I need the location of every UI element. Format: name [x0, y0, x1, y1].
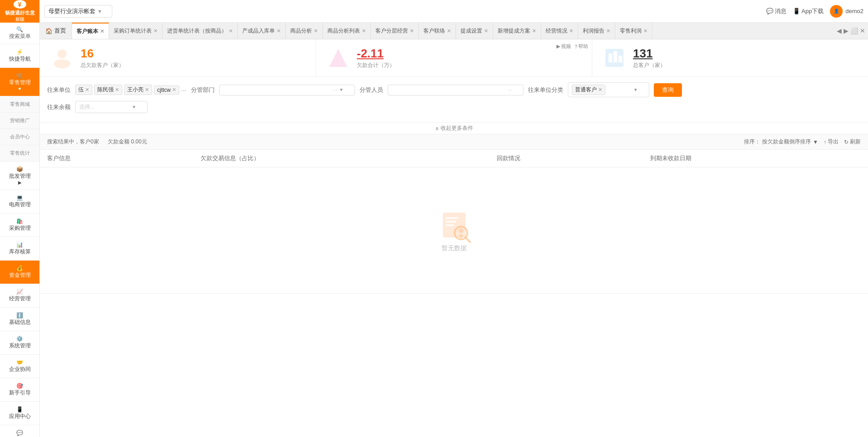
messages-label: 消息	[775, 7, 786, 15]
tab-customer-ledger[interactable]: 客户账本 ✕	[72, 23, 109, 39]
industry-selector[interactable]: 母婴行业演示帐套 ▼	[44, 5, 112, 18]
tab-scroll-left-icon[interactable]: ◀	[837, 27, 842, 34]
remove-tag-wu[interactable]: ✕	[85, 87, 89, 93]
tab-maximize-icon[interactable]: ⬜	[850, 27, 858, 34]
messages-button[interactable]: 💬 消息	[766, 7, 786, 15]
collapse-button[interactable]: ∧ 收起更多条件	[435, 124, 473, 132]
svg-rect-8	[445, 217, 459, 219]
tab-purchase-stats-product[interactable]: 进货单统计表（按商品） ✕	[163, 23, 238, 39]
app-download-button[interactable]: 📱 App下载	[793, 7, 824, 15]
user-profile[interactable]: 👤 demo2	[830, 5, 863, 18]
tab-purchase-order-stats[interactable]: 采购订单统计表 ✕	[109, 23, 163, 39]
tab-product-instock[interactable]: 产成品入库单 ✕	[238, 23, 286, 39]
debt-info: -2.11 欠款合计（万）	[357, 47, 395, 69]
sidebar-item-retail-stats[interactable]: 零售统计	[0, 145, 39, 162]
help-button[interactable]: ? 帮助	[575, 43, 588, 50]
close-tab-icon[interactable]: ✕	[410, 28, 414, 34]
close-tab-icon[interactable]: ✕	[606, 28, 610, 34]
sidebar-item-wholesale[interactable]: 📦 批发管理 ▶	[0, 162, 39, 190]
sidebar-item-search[interactable]: 🔍 搜索菜单	[0, 23, 39, 44]
close-tab-icon[interactable]: ✕	[100, 28, 104, 34]
sidebar-item-label: 采购管理	[2, 224, 38, 232]
sidebar-item-marketing[interactable]: 营销推广	[0, 113, 39, 129]
sidebar-item-basic-info[interactable]: ℹ️ 基础信息	[0, 308, 39, 331]
refresh-button[interactable]: ↻ 刷新	[844, 138, 861, 146]
close-tab-icon[interactable]: ✕	[362, 28, 366, 34]
total-customers-value: 16	[81, 47, 124, 61]
video-help-button[interactable]: ▶ 视频	[556, 43, 571, 50]
sidebar-item-app-center[interactable]: 📱 应用中心	[0, 402, 39, 425]
tab-profit-report[interactable]: 利润报告 ✕	[578, 23, 615, 39]
tab-commission-settings[interactable]: 提成设置 ✕	[456, 23, 493, 39]
tab-label: 经营情况	[546, 27, 567, 35]
close-tab-icon[interactable]: ✕	[229, 28, 233, 34]
tab-business-status[interactable]: 经营情况 ✕	[541, 23, 578, 39]
remove-classify-tag[interactable]: ✕	[598, 87, 602, 93]
person-filter-select[interactable]: ···	[388, 85, 523, 95]
close-tab-icon[interactable]: ✕	[569, 28, 573, 34]
remove-tag-wang[interactable]: ✕	[145, 87, 149, 93]
tab-retail-profit[interactable]: 零售利润 ✕	[615, 23, 652, 39]
sidebar-item-operations[interactable]: 📈 经营管理	[0, 284, 39, 308]
debt-amount: 欠款金额 0.00元	[108, 138, 147, 145]
tab-close-all-icon[interactable]: ✕	[860, 27, 865, 34]
tab-add-commission[interactable]: 新增提成方案 ✕	[493, 23, 541, 39]
close-tab-icon[interactable]: ✕	[153, 28, 158, 34]
filter-tag-chen: 陈民强 ✕	[94, 85, 122, 95]
more-tags-button[interactable]: ···	[181, 86, 187, 94]
app-center-icon: 📱	[2, 406, 38, 413]
sidebar-item-guide[interactable]: 🎯 新手引导	[0, 378, 39, 402]
tab-customer-contact[interactable]: 客户联络 ✕	[419, 23, 456, 39]
tab-product-analysis-list[interactable]: 商品分析列表 ✕	[323, 23, 371, 39]
app-title: 畅捷通好生意	[5, 10, 35, 16]
export-button[interactable]: ↑ 导出	[824, 138, 839, 146]
svg-marker-2	[329, 49, 347, 67]
tab-product-analysis[interactable]: 商品分析 ✕	[286, 23, 323, 39]
table-header-row: 客户信息 欠款交易信息（占比） 回款情况 到期未收款日期	[40, 150, 868, 167]
close-tab-icon[interactable]: ✕	[643, 28, 647, 34]
close-tab-icon[interactable]: ✕	[277, 28, 281, 34]
close-tab-icon[interactable]: ✕	[532, 28, 536, 34]
svg-point-14	[459, 234, 463, 238]
sidebar-item-enterprise[interactable]: 🤝 企业协同	[0, 355, 39, 378]
guide-icon: 🎯	[2, 383, 38, 389]
tab-customer-tier[interactable]: 客户分层经营 ✕	[371, 23, 419, 39]
person-filter-label: 分管人员	[360, 86, 383, 94]
close-tab-icon[interactable]: ✕	[314, 28, 318, 34]
tab-scroll-right-icon[interactable]: ▶	[844, 27, 849, 34]
sidebar-item-retail[interactable]: 🛒 零售管理 ▼	[0, 68, 39, 96]
remove-tag-chen[interactable]: ✕	[115, 87, 119, 93]
classify-filter-select[interactable]: 普通客户 ✕ ▼	[568, 82, 649, 97]
tab-label: 客户账本	[77, 28, 98, 35]
app-download-label: App下载	[801, 7, 824, 15]
close-tab-icon[interactable]: ✕	[484, 28, 488, 34]
collapse-row: ∧ 收起更多条件	[40, 123, 868, 134]
sidebar-item-member[interactable]: 会员中心	[0, 129, 39, 145]
sidebar-item-finance[interactable]: 💰 资金管理	[0, 261, 39, 284]
balance-filter-select[interactable]: 选择... ▼	[75, 101, 148, 113]
sidebar-item-wecom[interactable]: 💬 企业微信	[0, 425, 39, 437]
stat-total-debt: -2.11 欠款合计（万） ▶ 视频 ? 帮助	[316, 39, 592, 76]
tab-label: 零售利润	[620, 27, 642, 35]
refresh-icon: ↻	[844, 139, 849, 145]
sidebar-item-inventory[interactable]: 📊 库存核算	[0, 237, 39, 261]
stat-total-customers: 16 总欠款客户（家）	[40, 39, 316, 76]
sidebar-item-label: 库存核算	[2, 248, 38, 256]
sidebar-item-label: 企业协同	[2, 366, 38, 373]
remove-tag-cjttcw[interactable]: ✕	[172, 87, 176, 93]
close-tab-icon[interactable]: ✕	[447, 28, 451, 34]
query-button[interactable]: 查询	[654, 83, 682, 97]
sidebar-item-quick-nav[interactable]: ⚡ 快捷导航	[0, 44, 39, 68]
sort-selector[interactable]: 排序： 按欠款金额倒序排序 ▼	[744, 138, 818, 146]
sidebar-item-ecommerce[interactable]: 💻 电商管理	[0, 190, 39, 214]
empty-cell: 暂无数据	[40, 167, 868, 294]
tab-home[interactable]: 🏠 首页	[40, 23, 72, 39]
dept-filter-select[interactable]: ··· ▼	[219, 85, 355, 95]
wholesale-icon: 📦	[2, 166, 38, 172]
sidebar-item-system[interactable]: ⚙️ 系统管理	[0, 331, 39, 355]
sidebar-item-retail-mall[interactable]: 零售商城	[0, 96, 39, 113]
svg-rect-6	[619, 56, 622, 62]
sidebar-item-purchase[interactable]: 🛍️ 采购管理	[0, 214, 39, 237]
export-icon: ↑	[824, 139, 826, 145]
system-icon: ⚙️	[2, 336, 38, 342]
